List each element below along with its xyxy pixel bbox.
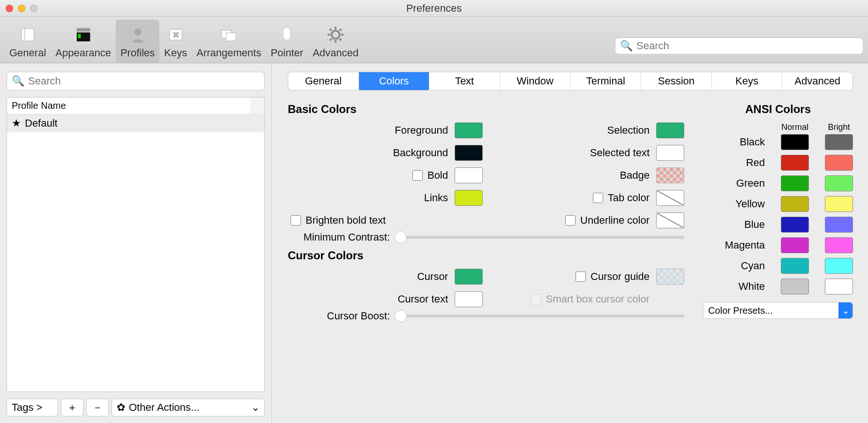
general-icon	[19, 23, 37, 47]
ansi-yellow-normal-swatch[interactable]	[781, 196, 809, 212]
ansi-green-bright-swatch[interactable]	[825, 175, 853, 191]
ansi-black-label: Black	[703, 136, 765, 148]
tab-window[interactable]: Window	[500, 72, 571, 90]
svg-rect-1	[24, 29, 25, 41]
underline-color-label: Underline color	[580, 214, 650, 227]
toolbar-tab-keys[interactable]: ⌘ Keys	[159, 20, 192, 63]
tab-color-checkbox[interactable]	[593, 193, 603, 203]
tab-color-swatch[interactable]	[656, 190, 684, 206]
toolbar-search[interactable]: 🔍	[615, 38, 863, 54]
profile-column-header[interactable]: Profile Name	[7, 98, 264, 114]
toolbar-tab-profiles[interactable]: Profiles	[116, 20, 159, 63]
ansi-blue-bright-swatch[interactable]	[825, 217, 853, 233]
cursor-label: Cursor	[288, 271, 448, 283]
ansi-blue-normal-swatch[interactable]	[781, 217, 809, 233]
selection-swatch[interactable]	[656, 122, 684, 138]
profile-list: Profile Name ★ Default	[7, 97, 265, 392]
bold-checkbox[interactable]	[412, 170, 423, 181]
ansi-cyan-label: Cyan	[703, 260, 765, 272]
ansi-bright-header: Bright	[825, 122, 853, 132]
gear-icon: ✿	[117, 401, 125, 414]
links-label: Links	[288, 192, 448, 204]
smart-box-label: Smart box cursor color	[546, 293, 650, 305]
foreground-label: Foreground	[288, 124, 448, 136]
cursor-text-swatch[interactable]	[455, 291, 483, 307]
tab-session[interactable]: Session	[641, 72, 712, 90]
bold-label: Bold	[427, 169, 448, 181]
ansi-yellow-bright-swatch[interactable]	[825, 196, 853, 212]
ansi-white-label: White	[703, 280, 765, 293]
profile-row-default[interactable]: ★ Default	[7, 114, 264, 132]
color-presets-dropdown[interactable]: Color Presets... ⌄	[703, 302, 853, 319]
ansi-cyan-bright-swatch[interactable]	[825, 258, 853, 274]
ansi-magenta-bright-swatch[interactable]	[825, 237, 853, 253]
toolbar-search-input[interactable]	[636, 40, 858, 52]
sidebar-search[interactable]: 🔍	[7, 72, 265, 91]
svg-rect-2	[76, 28, 90, 32]
cursor-boost-slider[interactable]	[397, 315, 684, 317]
background-swatch[interactable]	[455, 145, 483, 161]
window-title: Preferences	[0, 2, 868, 15]
tab-terminal[interactable]: Terminal	[571, 72, 642, 90]
star-icon: ★	[12, 117, 21, 129]
cursor-guide-label: Cursor guide	[591, 271, 650, 283]
cursor-swatch[interactable]	[455, 269, 483, 285]
bold-swatch[interactable]	[455, 167, 483, 183]
arrangements-icon	[220, 23, 238, 47]
brighten-bold-label: Brighten bold text	[306, 214, 386, 227]
svg-text:⌘: ⌘	[172, 31, 179, 39]
search-icon: 🔍	[12, 75, 24, 87]
toolbar-tab-advanced[interactable]: Advanced	[308, 20, 363, 63]
ansi-black-normal-swatch[interactable]	[781, 134, 809, 150]
svg-rect-0	[22, 29, 34, 41]
toolbar-tab-appearance[interactable]: Appearance	[51, 20, 116, 63]
cursor-guide-swatch[interactable]	[656, 269, 684, 285]
brighten-bold-checkbox[interactable]	[291, 215, 301, 226]
main-toolbar: General Appearance Profiles ⌘ Keys Arran…	[0, 17, 868, 63]
min-contrast-slider[interactable]	[397, 236, 684, 239]
cursor-guide-checkbox[interactable]	[576, 272, 586, 282]
ansi-white-bright-swatch[interactable]	[825, 279, 853, 295]
ansi-green-normal-swatch[interactable]	[781, 175, 809, 191]
svg-point-11	[331, 30, 339, 38]
selected-text-label: Selected text	[489, 147, 650, 159]
toolbar-tab-arrangements[interactable]: Arrangements	[192, 20, 266, 63]
foreground-swatch[interactable]	[455, 122, 483, 138]
tab-colors[interactable]: Colors	[359, 72, 430, 90]
smart-box-checkbox	[531, 294, 541, 304]
ansi-magenta-label: Magenta	[703, 239, 765, 251]
add-profile-button[interactable]: ＋	[61, 399, 83, 416]
toolbar-tab-general[interactable]: General	[5, 20, 51, 63]
ansi-black-bright-swatch[interactable]	[825, 134, 853, 150]
ansi-cyan-normal-swatch[interactable]	[781, 258, 809, 274]
search-icon: 🔍	[620, 40, 633, 52]
underline-swatch[interactable]	[656, 212, 684, 228]
svg-line-17	[340, 39, 342, 41]
svg-rect-4	[78, 34, 81, 38]
chevron-down-icon: ⌄	[838, 302, 853, 318]
tags-button[interactable]: Tags >	[7, 399, 58, 416]
selected-text-swatch[interactable]	[656, 145, 684, 161]
underline-color-checkbox[interactable]	[565, 215, 576, 226]
ansi-magenta-normal-swatch[interactable]	[781, 237, 809, 253]
toolbar-tab-pointer[interactable]: Pointer	[266, 20, 308, 63]
background-label: Background	[288, 147, 448, 159]
ansi-green-label: Green	[703, 177, 765, 189]
tab-general[interactable]: General	[288, 72, 359, 90]
tab-advanced[interactable]: Advanced	[782, 72, 853, 90]
ansi-red-normal-swatch[interactable]	[781, 155, 809, 171]
cursor-text-label: Cursor text	[288, 293, 448, 305]
ansi-red-bright-swatch[interactable]	[825, 155, 853, 171]
profiles-icon	[129, 23, 147, 47]
remove-profile-button[interactable]: －	[86, 399, 109, 416]
badge-swatch[interactable]	[656, 167, 684, 183]
ansi-red-label: Red	[703, 157, 765, 169]
pointer-icon	[278, 23, 296, 47]
tab-text[interactable]: Text	[429, 72, 500, 90]
profile-search-input[interactable]	[28, 75, 260, 87]
tab-keys[interactable]: Keys	[712, 72, 783, 90]
ansi-blue-label: Blue	[703, 219, 765, 231]
ansi-white-normal-swatch[interactable]	[781, 279, 809, 295]
other-actions-dropdown[interactable]: ✿ Other Actions... ⌄	[112, 399, 265, 416]
links-swatch[interactable]	[455, 190, 483, 206]
